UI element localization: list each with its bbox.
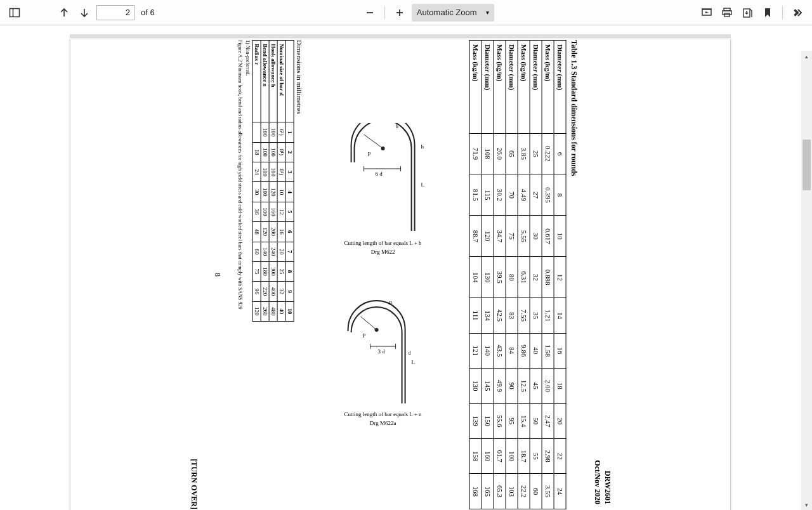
table-cell: 55 [530,439,542,474]
hook-diagram: P 6 d L h h Cutting length of bar equals… [332,123,433,255]
svg-text:6 d: 6 d [375,171,383,177]
table-cell: 25 [277,261,285,281]
document-page[interactable]: DRW2601 Oct/Nov 2020 Table 1.3 Standard … [70,39,731,510]
svg-text:d: d [408,350,410,356]
table-cell: 200 [269,222,277,242]
table-cell: 16 [554,333,566,368]
page-number-input[interactable] [96,5,134,20]
table-cell: 26.0 [494,133,506,174]
zoom-out-button[interactable] [362,4,378,21]
page-down-button[interactable] [76,4,93,21]
table-cell: 80 [506,257,518,298]
tools-menu-button[interactable] [789,4,806,21]
col-header: 4 [285,182,294,202]
table-cell: 7.55 [518,298,530,333]
row-header: Radius r [252,41,261,122]
note-nonpreferred: 1) Non-preferred. [244,40,250,509]
table-cell: 75 [252,261,261,281]
svg-text:n: n [389,299,392,305]
col-header: 9 [285,282,294,301]
turn-over-label: [TURN OVER] [188,40,198,509]
table-cell: 0.617 [542,216,554,257]
table-cell: 3.55 [542,474,554,509]
table-cell: 100 [269,122,277,142]
zoom-select[interactable]: Automatic Zoom ▾ [412,4,494,22]
table-cell: 24 [252,162,261,182]
table-cell: 45 [530,369,542,403]
figure-caption: Figure A.2 Minimum hook, bend and radius… [237,40,242,509]
svg-text:L: L [421,181,424,188]
standard-dimensions-table: Diameter (mm)681012141618202224Mass (kg/… [469,40,566,509]
table-row-header: Mass (kg/m) [494,41,506,134]
table-cell: 2.98 [542,439,554,474]
svg-rect-0 [10,8,20,16]
table-cell: 100 [261,182,269,202]
table-cell: 2.00 [542,369,554,403]
table-cell: 20 [277,242,285,261]
table-cell: 83 [506,298,518,333]
svg-rect-9 [723,11,731,15]
table-cell: 220 [261,282,269,301]
table-cell: 42.5 [494,298,506,333]
table-cell: 134 [481,298,494,333]
bookmark-button[interactable] [759,4,776,21]
table-cell: 18 [252,142,261,162]
allowances-table: 12345678910 Nominal size of bar d6¹)8¹)8… [252,40,294,322]
table-cell: 6.31 [518,257,530,298]
table-cell: 400 [269,282,277,301]
download-button[interactable] [739,4,756,21]
table-cell: 35 [530,298,542,333]
scroll-up-icon[interactable]: ▴ [801,51,812,62]
table-cell: 260 [261,301,269,321]
table-cell: 20 [554,403,566,438]
row-header: Hook allowance h [269,41,277,122]
col-header: 2 [285,142,294,162]
table-cell: 140 [481,333,494,368]
table-cell: 120 [481,216,494,257]
col-header: 1 [285,122,294,142]
table-cell: 0.222 [542,133,554,174]
table-cell: 8¹) [277,142,285,162]
table-cell: 90 [506,369,518,403]
table-cell: 100 [269,162,277,182]
zoom-in-button[interactable] [391,4,408,21]
table-cell: 1.21 [542,298,554,333]
table-cell: 100 [261,142,269,162]
print-button[interactable] [719,4,735,21]
table-row-header: Mass (kg/m) [469,41,481,134]
table-cell: 100 [261,162,269,182]
table-cell: 6 [554,133,566,174]
table-cell: 96 [252,282,261,301]
scrollbar-thumb[interactable] [802,140,811,190]
table-2-caption: Dimensions in millimetres [295,40,303,509]
table-cell: 480 [269,301,277,321]
col-header: 7 [285,242,294,261]
vertical-scrollbar[interactable]: ▴ ▾ [801,51,812,510]
drg-code-2: Drg M622a [370,420,396,426]
table-cell: 16 [277,222,285,242]
sidebar-toggle-button[interactable] [6,4,23,21]
table-cell: 158 [469,439,481,474]
previous-page-edge [70,34,731,38]
table-cell: 100 [506,439,518,474]
table-cell: 1.58 [542,333,554,368]
page-up-button[interactable] [56,4,72,21]
presentation-button[interactable] [698,4,715,21]
table-cell: 139 [469,403,481,438]
scroll-down-icon[interactable]: ▾ [801,499,812,510]
table-cell: 8 [554,174,566,216]
table-row-header: Mass (kg/m) [542,41,554,134]
table-cell: 100 [261,122,269,142]
table-cell: 75 [506,216,518,257]
svg-line-30 [360,317,376,330]
hook-cut-label: Cutting length of bar equals L + h [344,240,421,246]
pdf-toolbar: of 6 Automatic Zoom ▾ [0,0,812,25]
table-cell: 180 [261,261,269,281]
table-row-header: Diameter (mm) [554,41,566,134]
diagrams-row: P 6 d L h h Cutting length of bar equals… [317,40,449,509]
bend-cut-label: Cutting length of bar equals L + n [344,411,421,417]
table-cell: 65.3 [494,474,506,509]
svg-line-17 [363,134,383,148]
table-cell: 160 [481,439,494,474]
table-cell: 165 [481,474,494,509]
